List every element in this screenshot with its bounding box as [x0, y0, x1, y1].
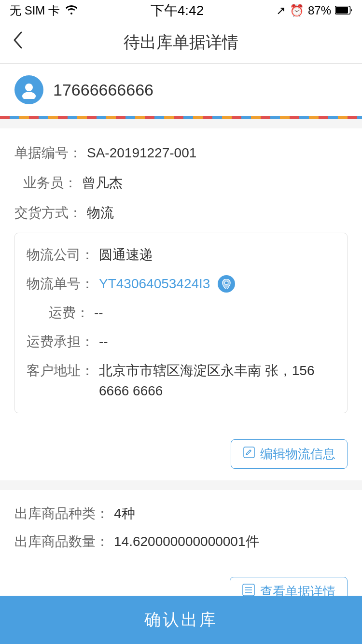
tracking-number-container: YT43064053424I3	[94, 274, 235, 294]
location-icon: ↗	[276, 4, 286, 17]
customer-address-row: 客户地址： 北京市市辖区海淀区永丰南 张，156 6666 6666	[27, 361, 335, 401]
location-pin-icon[interactable]	[218, 275, 235, 293]
freight-label: 运费：	[27, 303, 89, 323]
order-info-section: 单据编号： SA-20191227-001 业务员： 曾凡杰 交货方式： 物流 …	[0, 128, 362, 428]
svg-rect-1	[336, 7, 348, 14]
product-quantity-row: 出库商品数量： 14.620000000000001件	[14, 532, 348, 551]
logistics-company-label: 物流公司：	[27, 245, 94, 265]
delivery-method-label: 交货方式：	[14, 203, 82, 223]
delivery-method-row: 交货方式： 物流	[14, 203, 348, 223]
edit-logistics-label: 编辑物流信息	[260, 446, 335, 462]
freight-value: --	[94, 303, 335, 323]
svg-point-3	[22, 92, 36, 99]
freight-row: 运费： --	[27, 303, 335, 323]
order-number-row: 单据编号： SA-20191227-001	[14, 143, 348, 163]
status-right: ↗ ⏰ 87%	[276, 4, 352, 17]
confirm-button-wrapper: 确认出库	[0, 596, 362, 644]
main-content: 17666666666 单据编号： SA-20191227-001 业务员： 曾…	[0, 64, 362, 644]
customer-address-value: 北京市市辖区海淀区永丰南 张，156 6666 6666	[99, 361, 335, 401]
status-left: 无 SIM 卡	[10, 3, 78, 18]
product-section: 出库商品种类： 4种 出库商品数量： 14.620000000000001件	[0, 490, 362, 565]
edit-icon	[243, 446, 255, 462]
customer-phone: 17666666666	[53, 81, 153, 99]
edit-logistics-row: 编辑物流信息	[0, 428, 362, 480]
color-divider	[0, 116, 362, 119]
wifi-icon	[65, 4, 78, 17]
back-button[interactable]	[12, 30, 23, 54]
product-type-value: 4种	[114, 504, 135, 523]
tracking-number-label: 物流单号：	[27, 274, 94, 294]
status-time: 下午4:42	[151, 1, 204, 20]
freight-bearer-row: 运费承担： --	[27, 332, 335, 352]
battery-label: 87%	[308, 4, 331, 17]
avatar	[14, 75, 43, 104]
section-divider-1	[0, 480, 362, 490]
svg-point-2	[25, 84, 33, 91]
svg-point-5	[225, 281, 228, 284]
battery-icon	[335, 4, 352, 17]
logistics-card: 物流公司： 圆通速递 物流单号： YT43064053424I3	[14, 233, 348, 413]
salesman-label: 业务员：	[14, 173, 77, 193]
confirm-outbound-button[interactable]: 确认出库	[0, 596, 362, 644]
customer-header: 17666666666	[0, 64, 362, 116]
order-number-value: SA-20191227-001	[87, 143, 348, 163]
order-number-label: 单据编号：	[14, 143, 82, 163]
carrier-label: 无 SIM 卡	[10, 3, 60, 18]
freight-bearer-value: --	[99, 332, 335, 352]
product-quantity-value: 14.620000000000001件	[114, 532, 259, 551]
tracking-number-row: 物流单号： YT43064053424I3	[27, 274, 335, 294]
product-quantity-label: 出库商品数量：	[14, 532, 109, 551]
page-title: 待出库单据详情	[124, 31, 238, 54]
product-type-row: 出库商品种类： 4种	[14, 504, 348, 523]
logistics-company-row: 物流公司： 圆通速递	[27, 245, 335, 265]
edit-logistics-button[interactable]: 编辑物流信息	[231, 439, 348, 469]
salesman-value: 曾凡杰	[82, 173, 348, 193]
freight-bearer-label: 运费承担：	[27, 332, 94, 352]
nav-bar: 待出库单据详情	[0, 21, 362, 64]
status-bar: 无 SIM 卡 下午4:42 ↗ ⏰ 87%	[0, 0, 362, 21]
salesman-row: 业务员： 曾凡杰	[14, 173, 348, 193]
alarm-icon: ⏰	[290, 4, 304, 17]
tracking-number-value: YT43064053424I3	[99, 274, 210, 294]
product-type-label: 出库商品种类：	[14, 504, 109, 523]
customer-address-label: 客户地址：	[27, 361, 94, 381]
delivery-method-value: 物流	[87, 203, 348, 223]
logistics-company-value: 圆通速递	[99, 245, 335, 265]
